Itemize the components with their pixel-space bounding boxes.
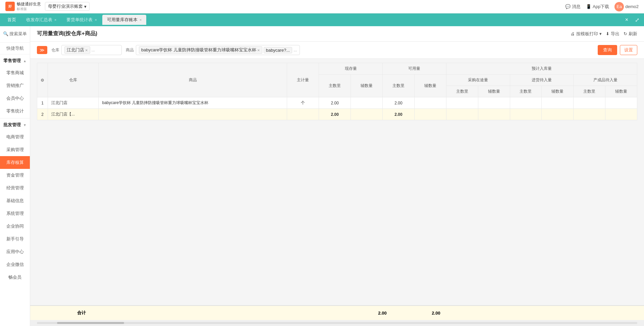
settings-button[interactable]: 设置 bbox=[620, 45, 637, 55]
sidebar-item-inventory[interactable]: 库存核算 bbox=[0, 156, 30, 169]
message-button[interactable]: 💬 消息 bbox=[565, 4, 581, 10]
user-name: demo2 bbox=[625, 4, 639, 9]
row2-avail-main: 2.00 bbox=[383, 109, 415, 120]
row2-incoming-main bbox=[510, 109, 542, 120]
user-menu[interactable]: Ea demo2 bbox=[614, 2, 639, 11]
filter-toggle-button[interactable]: ≫ bbox=[37, 46, 47, 54]
sidebar-item-member-vip[interactable]: 畅会员 bbox=[0, 271, 30, 284]
page-title: 可用量查询(按仓库+商品) bbox=[37, 30, 97, 37]
sidebar-item-operations-label: 经营管理 bbox=[6, 185, 24, 191]
product-filter-input[interactable]: babycare学饮杯 儿童防摔防撞吸管杯重力球吸嘴杯宝宝水杯 × babyca… bbox=[136, 45, 300, 55]
tab-order-stats[interactable]: 要货单统计表 × bbox=[62, 15, 101, 25]
logo-sub-text: 标准版 bbox=[17, 7, 41, 11]
sidebar-item-retail-stats[interactable]: 零售统计 bbox=[0, 105, 30, 118]
company-selector[interactable]: 母婴行业演示账套 ▾ bbox=[45, 2, 90, 11]
filter-actions: 查询 设置 bbox=[598, 45, 637, 55]
export-icon: ⬇ bbox=[606, 31, 609, 36]
page-actions: 🖨 按模板打印 ▾ ⬇ 导出 ↻ 刷新 bbox=[571, 31, 637, 37]
warehouse-tag: 江北门店 × bbox=[64, 46, 90, 54]
sidebar-item-basic-info[interactable]: 基础信息 bbox=[0, 194, 30, 207]
sidebar-item-system[interactable]: 系统管理 bbox=[0, 207, 30, 220]
product-tag-2: babycare?... bbox=[264, 47, 292, 53]
query-button[interactable]: 查询 bbox=[598, 45, 617, 55]
sidebar-item-finance[interactable]: 资金管理 bbox=[0, 169, 30, 182]
sidebar-item-member-center[interactable]: 会员中心 bbox=[0, 92, 30, 105]
content-area: 可用量查询(按仓库+商品) 🖨 按模板打印 ▾ ⬇ 导出 ↻ 刷新 ≫ bbox=[30, 26, 644, 326]
sidebar-item-purchase[interactable]: 采购管理 bbox=[0, 143, 30, 156]
sidebar-item-retail-stats-label: 零售统计 bbox=[6, 108, 24, 114]
sidebar: 🔍 搜索菜单 快捷导航 零售管理 ▲ 零售商城 营销推广 会员中心 零售统计 批… bbox=[0, 26, 30, 326]
warehouse-tag-remove[interactable]: × bbox=[85, 48, 88, 53]
warehouse-filter-label: 仓库 bbox=[51, 47, 59, 53]
sidebar-item-retail-management[interactable]: 零售管理 ▲ bbox=[0, 55, 30, 66]
scroll-thumb[interactable] bbox=[57, 322, 124, 324]
tab-available-stock-close[interactable]: × bbox=[140, 18, 142, 22]
close-all-tabs-button[interactable]: × bbox=[623, 16, 630, 24]
sidebar-item-marketing[interactable]: 营销推广 bbox=[0, 79, 30, 92]
tab-inventory-summary-label: 收发存汇总表 bbox=[26, 17, 52, 23]
tab-inventory-summary-close[interactable]: × bbox=[54, 18, 56, 22]
quick-nav-label: 快捷导航 bbox=[6, 46, 24, 51]
table-wrapper: ⚙ 仓库 商品 主计量 现存量 可用量 预计入库量 主数里 辅数量 主数里 辅数… bbox=[30, 59, 644, 305]
th-purchase-main: 主数里 bbox=[446, 86, 478, 97]
product-tag-1-remove[interactable]: × bbox=[257, 48, 260, 53]
expand-button[interactable]: ⤢ bbox=[633, 16, 641, 24]
row2-product bbox=[99, 109, 287, 120]
print-icon: 🖨 bbox=[571, 31, 575, 36]
th-avail-aux: 辅数量 bbox=[414, 75, 446, 97]
th-incoming-main: 主数里 bbox=[510, 86, 542, 97]
sidebar-item-enterprise-collab[interactable]: 企业协同 bbox=[0, 220, 30, 233]
print-button[interactable]: 🖨 按模板打印 ▾ bbox=[571, 31, 602, 37]
row1-production-main bbox=[574, 97, 605, 109]
data-table: ⚙ 仓库 商品 主计量 现存量 可用量 预计入库量 主数里 辅数量 主数里 辅数… bbox=[37, 63, 637, 120]
app-download-button[interactable]: 📱 App下载 bbox=[586, 4, 609, 10]
sidebar-item-ecommerce[interactable]: 电商管理 bbox=[0, 131, 30, 143]
row1-purchase-main bbox=[446, 97, 478, 109]
tab-inventory-summary[interactable]: 收发存汇总表 × bbox=[21, 15, 61, 25]
th-unit: 主计量 bbox=[287, 63, 319, 97]
sidebar-item-member-vip-label: 畅会员 bbox=[8, 274, 21, 280]
tab-order-stats-close[interactable]: × bbox=[95, 18, 97, 22]
quick-nav-button[interactable]: 快捷导航 bbox=[0, 43, 30, 53]
sidebar-item-purchase-label: 采购管理 bbox=[6, 147, 24, 153]
row2-production-main bbox=[574, 109, 605, 120]
tab-available-stock[interactable]: 可用量库存账本 × bbox=[102, 15, 146, 25]
search-menu-label: 搜索菜单 bbox=[9, 31, 27, 36]
sidebar-item-wholesale-management[interactable]: 批发管理 ▼ bbox=[0, 119, 30, 131]
export-label: 导出 bbox=[611, 31, 620, 37]
sidebar-item-retail-mall[interactable]: 零售商城 bbox=[0, 66, 30, 79]
message-icon: 💬 bbox=[565, 4, 571, 9]
table-row: 2 江北门店【... 2.00 2.00 bbox=[37, 109, 637, 120]
company-name: 母婴行业演示账套 bbox=[48, 3, 83, 9]
table-footer: 合计 2.00 2.00 bbox=[30, 305, 644, 320]
sidebar-item-operations[interactable]: 经营管理 bbox=[0, 182, 30, 194]
horizontal-scrollbar[interactable] bbox=[30, 320, 644, 326]
refresh-button[interactable]: ↻ 刷新 bbox=[624, 31, 637, 37]
sidebar-item-retail-mall-label: 零售商城 bbox=[6, 70, 24, 76]
search-menu-button[interactable]: 🔍 搜索菜单 bbox=[3, 29, 27, 39]
warehouse-tag-text: 江北门店 bbox=[67, 47, 84, 53]
retail-arrow-icon: ▲ bbox=[23, 59, 26, 63]
th-product: 商品 bbox=[99, 63, 287, 97]
sidebar-item-enterprise-collab-label: 企业协同 bbox=[6, 223, 24, 229]
sidebar-divider-1 bbox=[0, 42, 30, 43]
sidebar-item-newbie[interactable]: 新手引导 bbox=[0, 233, 30, 245]
th-incoming-sub: 进货待入量 bbox=[510, 75, 574, 86]
row1-product: babycare学饮杯 儿童防摔防撞吸管杯重力球吸嘴杯宝宝水杯 bbox=[99, 97, 287, 109]
sidebar-item-marketing-label: 营销推广 bbox=[6, 83, 24, 89]
tab-home-label: 首页 bbox=[7, 17, 16, 23]
th-purchase-sub: 采购在途量 bbox=[446, 75, 510, 86]
tab-home[interactable]: 首页 bbox=[3, 15, 21, 25]
logo-main-text: 畅捷通好生意 bbox=[17, 2, 41, 6]
th-avail-main: 主数里 bbox=[383, 75, 415, 97]
sidebar-item-enterprise-wechat[interactable]: 企业微信 bbox=[0, 258, 30, 271]
sidebar-item-system-label: 系统管理 bbox=[6, 211, 24, 217]
sidebar-item-app-center-label: 应用中心 bbox=[6, 249, 24, 255]
product-tag-1: babycare学饮杯 儿童防摔防撞吸管杯重力球吸嘴杯宝宝水杯 × bbox=[139, 46, 262, 54]
warehouse-filter-input[interactable]: 江北门店 × ... bbox=[61, 45, 122, 55]
filter-area: ≫ 仓库 江北门店 × ... 商品 babycare学饮杯 儿童防摔防撞吸管杯… bbox=[30, 42, 644, 59]
warehouse-filter-more: ... bbox=[92, 48, 95, 52]
company-dropdown-icon: ▾ bbox=[84, 4, 87, 9]
export-button[interactable]: ⬇ 导出 bbox=[606, 31, 620, 37]
sidebar-item-app-center[interactable]: 应用中心 bbox=[0, 245, 30, 258]
